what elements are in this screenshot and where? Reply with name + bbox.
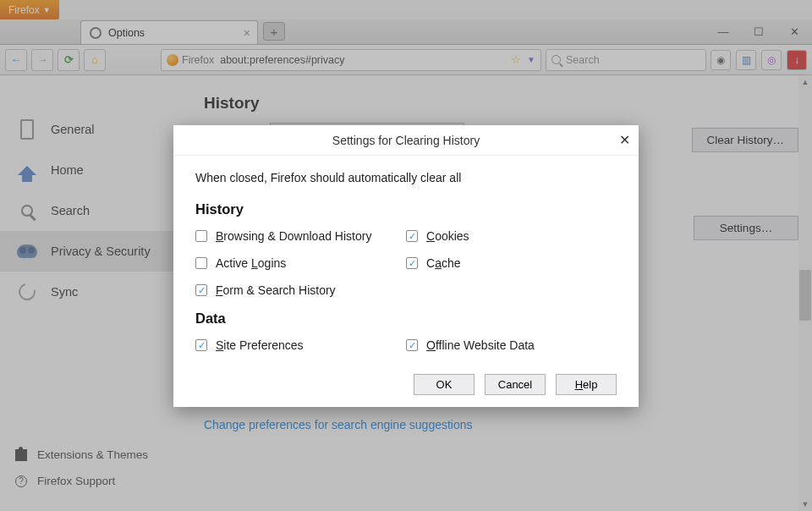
ok-button[interactable]: OK [414,374,475,395]
checkbox-icon [406,230,418,242]
cancel-button[interactable]: Cancel [485,374,546,395]
section-history-heading: History [195,201,617,217]
checkbox-active-logins[interactable]: Active Logins [195,256,406,270]
checkbox-icon [406,339,418,351]
dialog-close-button[interactable]: ✕ [619,132,630,148]
checkbox-site-preferences[interactable]: Site Preferences [195,338,406,352]
checkbox-cookies[interactable]: Cookies [406,229,617,243]
checkbox-offline-data[interactable]: Offline Website Data [406,338,617,352]
dialog-intro: When closed, Firefox should automaticall… [195,171,617,184]
clear-history-dialog: Settings for Clearing History ✕ When clo… [173,125,639,407]
checkbox-browsing-history[interactable]: Browsing & Download History [195,229,406,243]
checkbox-icon [195,230,207,242]
checkbox-cache[interactable]: Cache [406,256,617,270]
dialog-titlebar: Settings for Clearing History ✕ [173,125,639,156]
dialog-title: Settings for Clearing History [332,134,480,147]
checkbox-icon [406,257,418,269]
checkbox-icon [195,284,207,296]
section-data-heading: Data [195,310,617,327]
help-button[interactable]: Help [556,374,617,395]
checkbox-icon [195,339,207,351]
checkbox-form-search[interactable]: Form & Search History [195,283,406,297]
checkbox-icon [195,257,207,269]
